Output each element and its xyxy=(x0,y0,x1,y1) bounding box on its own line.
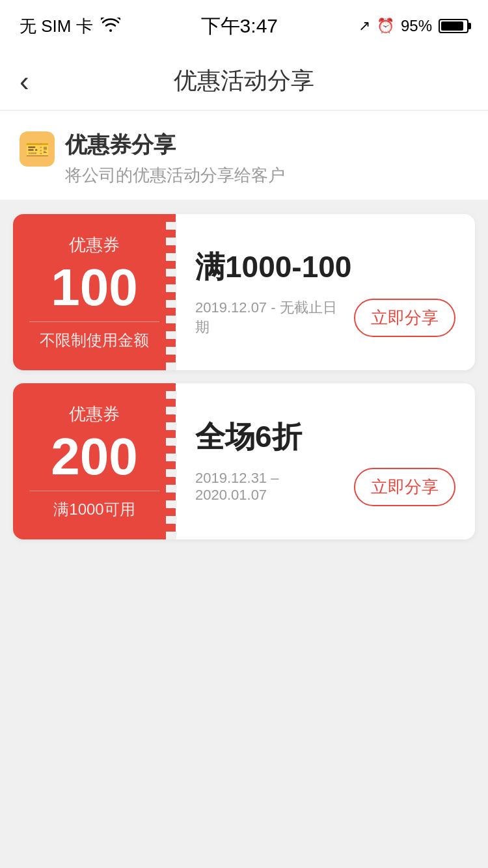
share-button-2[interactable]: 立即分享 xyxy=(354,468,455,506)
coupon-left-1: 优惠券 100 不限制使用金额 xyxy=(13,214,176,370)
status-right: ↗ ⏰ 95% xyxy=(359,17,468,35)
coupon-left-2: 优惠券 200 满1000可用 xyxy=(13,383,176,539)
section-title: 优惠券分享 xyxy=(65,130,285,160)
coupon-title-2: 全场6折 xyxy=(195,417,455,457)
status-time: 下午3:47 xyxy=(201,13,278,40)
coupon-meta-2: 2019.12.31 – 2020.01.07 立即分享 xyxy=(195,468,455,506)
section-header: 🎫 优惠券分享 将公司的优惠活动分享给客户 xyxy=(0,111,488,200)
coupon-right-1: 满1000-100 2019.12.07 - 无截止日期 立即分享 xyxy=(176,214,475,370)
status-left: 无 SIM 卡 xyxy=(20,15,120,38)
coupon-list: 优惠券 100 不限制使用金额 满1000-100 2019.12.07 - 无… xyxy=(0,201,488,552)
page-title: 优惠活动分享 xyxy=(174,65,314,97)
coupon-title-1: 满1000-100 xyxy=(195,247,455,288)
back-button[interactable]: ‹ xyxy=(20,67,29,96)
wifi-icon xyxy=(101,16,120,36)
alarm-icon: ⏰ xyxy=(377,18,394,34)
battery-icon xyxy=(439,19,468,33)
section-subtitle: 将公司的优惠活动分享给客户 xyxy=(65,164,285,187)
coupon-condition-2: 满1000可用 xyxy=(53,499,135,520)
coupon-date-1: 2019.12.07 - 无截止日期 xyxy=(195,298,347,337)
section-text: 优惠券分享 将公司的优惠活动分享给客户 xyxy=(65,130,285,187)
coupon-divider-1 xyxy=(29,321,159,322)
battery-percent: 95% xyxy=(401,17,432,35)
coupon-card-2: 优惠券 200 满1000可用 全场6折 2019.12.31 – 2020.0… xyxy=(13,383,475,539)
status-bar: 无 SIM 卡 下午3:47 ↗ ⏰ 95% xyxy=(0,0,488,52)
coupon-right-2: 全场6折 2019.12.31 – 2020.01.07 立即分享 xyxy=(176,383,475,539)
coupon-meta-1: 2019.12.07 - 无截止日期 立即分享 xyxy=(195,298,455,337)
coupon-condition-1: 不限制使用金额 xyxy=(40,330,149,351)
coupon-card-1: 优惠券 100 不限制使用金额 满1000-100 2019.12.07 - 无… xyxy=(13,214,475,370)
share-button-1[interactable]: 立即分享 xyxy=(354,299,455,337)
carrier-text: 无 SIM 卡 xyxy=(20,15,93,38)
bottom-empty-area xyxy=(0,552,488,868)
coupon-label-2: 优惠券 xyxy=(69,403,120,426)
coupon-divider-2 xyxy=(29,491,159,491)
coupon-amount-1: 100 xyxy=(51,262,137,314)
location-icon: ↗ xyxy=(359,18,370,34)
coupon-amount-2: 200 xyxy=(51,431,137,483)
coupon-label-1: 优惠券 xyxy=(69,234,120,256)
coupon-date-2: 2019.12.31 – 2020.01.07 xyxy=(195,470,347,504)
nav-bar: ‹ 优惠活动分享 xyxy=(0,52,488,111)
section-icon: 🎫 xyxy=(20,131,55,167)
